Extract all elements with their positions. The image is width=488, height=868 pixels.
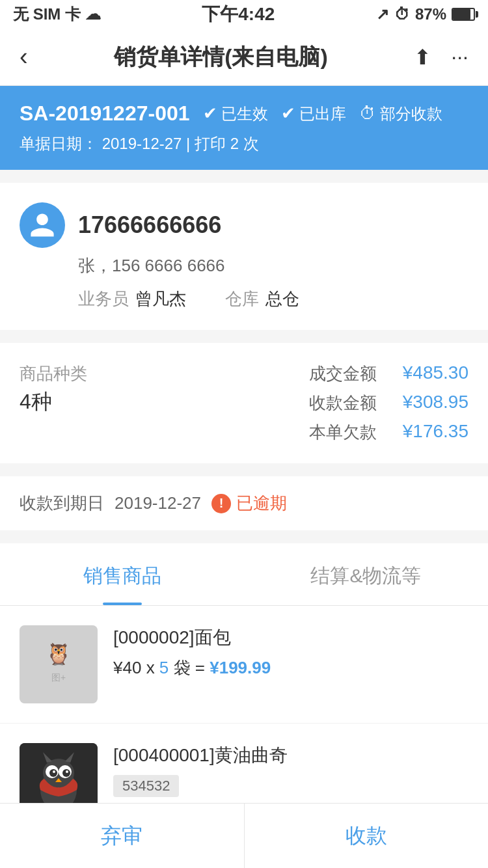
svg-point-12 (53, 770, 55, 773)
product-item-1: 🦉 图+ [0000002]面包 ¥40 x 5 袋 = ¥199.99 (0, 606, 488, 724)
order-date-row: 单据日期： 2019-12-27 | 打印 2 次 (20, 133, 468, 154)
tabs: 销售商品 结算&物流等 (0, 543, 488, 606)
battery-icon (452, 8, 475, 21)
total-1: ¥199.99 (210, 658, 271, 677)
owed-label: 本单欠款 (309, 421, 377, 444)
category-summary: 商品种类 4种 (20, 362, 87, 416)
tab-settlement[interactable]: 结算&物流等 (244, 543, 488, 605)
unit-price-1: ¥40 (113, 658, 141, 677)
warehouse-label: 仓库 (225, 288, 259, 310)
overdue-text: 已逾期 (236, 492, 287, 515)
warehouse-value: 总仓 (265, 288, 299, 310)
bottom-bar: 弃审 收款 (0, 803, 488, 868)
svg-point-11 (62, 769, 70, 777)
status-badge-effected: ✔ 已生效 (203, 103, 268, 124)
check-icon-2: ✔ (281, 103, 295, 124)
battery-label: 87% (415, 5, 446, 23)
product-image-1: 🦉 图+ (20, 625, 98, 703)
salesperson-value: 曾凡杰 (135, 288, 186, 310)
date-label: 单据日期： (20, 135, 98, 152)
check-icon-1: ✔ (203, 103, 217, 124)
summary-section: 商品种类 4种 成交金额 ¥485.30 收款金额 ¥308.95 本单欠款 ¥… (0, 343, 488, 463)
order-banner-top: SA-20191227-001 ✔ 已生效 ✔ 已出库 ⏱ 部分收款 (20, 102, 468, 126)
status-bar-left: 无 SIM 卡 ☁ (13, 4, 101, 25)
product-price-row-1: ¥40 x 5 袋 = ¥199.99 (113, 657, 468, 679)
page-title: 销货单详情(来自电脑) (114, 42, 328, 72)
svg-point-13 (66, 770, 68, 773)
clock-icon-2: ⏱ (359, 103, 376, 124)
overdue-badge: ! 已逾期 (211, 492, 287, 515)
product-name-2: [000400001]黄油曲奇 (113, 743, 468, 768)
product-name-1: [0000002]面包 (113, 625, 468, 650)
clock-icon: ⏱ (394, 5, 410, 23)
unit-1: 袋 (174, 658, 191, 677)
svg-text:图+: 图+ (51, 672, 66, 683)
product-tag-2: 534532 (113, 775, 179, 797)
amount-row-3: 本单欠款 ¥176.35 (309, 421, 468, 444)
cancel-button[interactable]: 弃审 (0, 804, 245, 868)
share-button[interactable]: ⬆ (414, 45, 431, 70)
amount-summary: 成交金额 ¥485.30 收款金额 ¥308.95 本单欠款 ¥176.35 (309, 362, 468, 444)
order-banner: SA-20191227-001 ✔ 已生效 ✔ 已出库 ⏱ 部分收款 单据日期：… (0, 86, 488, 170)
due-date: 2019-12-27 (115, 493, 201, 513)
print-info: | 打印 2 次 (186, 135, 259, 152)
back-button[interactable]: ‹ (20, 43, 28, 71)
qty-1: 5 (159, 658, 169, 677)
svg-point-10 (49, 769, 57, 777)
date-value: 2019-12-27 (102, 135, 182, 152)
more-button[interactable]: ··· (451, 45, 468, 69)
confirm-button[interactable]: 收款 (245, 804, 489, 868)
received-label: 收款金额 (309, 392, 377, 414)
status-bar-right: ↗ ⏱ 87% (376, 5, 475, 23)
overdue-icon: ! (211, 494, 231, 513)
salesperson-label: 业务员 (78, 288, 129, 310)
category-label: 商品种类 (20, 362, 87, 385)
warehouse-item: 仓库 总仓 (225, 288, 299, 310)
status-bar-time: 下午4:42 (202, 2, 275, 27)
status-badge-shipped: ✔ 已出库 (281, 103, 346, 124)
location-icon: ↗ (376, 5, 389, 23)
due-date-section: 收款到期日 2019-12-27 ! 已逾期 (0, 476, 488, 530)
tab-section: 销售商品 结算&物流等 (0, 543, 488, 606)
nav-actions: ⬆ ··· (414, 45, 468, 70)
customer-id: 17666666666 (78, 211, 221, 239)
amount-row-1: 成交金额 ¥485.30 (309, 362, 468, 385)
amount-label: 成交金额 (309, 362, 377, 385)
customer-meta-row: 业务员 曾凡杰 仓库 总仓 (78, 288, 468, 310)
svg-text:🦉: 🦉 (46, 642, 72, 666)
amount-row-2: 收款金额 ¥308.95 (309, 392, 468, 414)
nav-bar: ‹ 销货单详情(来自电脑) ⬆ ··· (0, 29, 488, 86)
sim-label: 无 SIM 卡 ☁ (13, 4, 101, 25)
status-bar: 无 SIM 卡 ☁ 下午4:42 ↗ ⏱ 87% (0, 0, 488, 29)
customer-section: 17666666666 张，156 6666 6666 业务员 曾凡杰 仓库 总… (0, 183, 488, 330)
due-label: 收款到期日 (20, 492, 104, 515)
tab-products[interactable]: 销售商品 (0, 543, 244, 605)
customer-header-row: 17666666666 (20, 202, 468, 248)
category-value: 4种 (20, 388, 87, 416)
product-thumb-1: 🦉 图+ (20, 625, 98, 703)
customer-avatar (20, 202, 65, 248)
person-icon (28, 211, 57, 239)
received-value: ¥308.95 (403, 392, 468, 414)
order-number: SA-20191227-001 (20, 102, 190, 126)
amount-value: ¥485.30 (403, 362, 468, 385)
product-info-1: [0000002]面包 ¥40 x 5 袋 = ¥199.99 (113, 625, 468, 679)
customer-name-phone: 张，156 6666 6666 (78, 254, 468, 277)
status-badge-partial: ⏱ 部分收款 (359, 103, 442, 124)
owed-value: ¥176.35 (403, 421, 468, 444)
salesperson-item: 业务员 曾凡杰 (78, 288, 186, 310)
